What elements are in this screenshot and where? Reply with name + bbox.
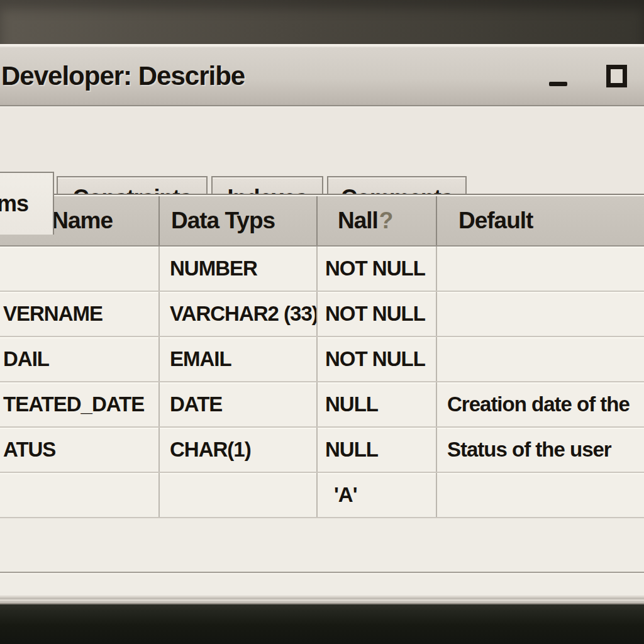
column-header-default[interactable]: Default bbox=[437, 196, 644, 245]
cell-column-name[interactable]: VERNAME bbox=[0, 292, 160, 336]
table-row[interactable]: VERNAME VARCHAR2 (33) NOT NULL bbox=[0, 292, 644, 337]
divider-line bbox=[0, 572, 644, 574]
cell-data-type[interactable] bbox=[160, 473, 318, 517]
describe-window: Developer: Describe rms Constraints Inde… bbox=[0, 44, 644, 602]
maximize-icon[interactable] bbox=[606, 65, 627, 87]
table-row[interactable]: 'A' bbox=[0, 473, 644, 518]
cell-default[interactable] bbox=[437, 337, 644, 381]
column-header-default-label: Default bbox=[458, 208, 533, 234]
cell-default[interactable] bbox=[437, 473, 644, 517]
table-row[interactable]: ATUS CHAR(1) NULL Status of the user bbox=[0, 428, 644, 473]
cell-column-name[interactable] bbox=[0, 247, 160, 291]
describe-grid: urm Name Data Typs Nall? Default NUMBER … bbox=[0, 196, 644, 518]
tab-columns[interactable]: rms bbox=[0, 172, 54, 235]
titlebar[interactable]: Developer: Describe bbox=[0, 46, 644, 106]
cell-nullable[interactable]: NULL bbox=[318, 382, 437, 426]
column-header-nullable[interactable]: Nall? bbox=[318, 196, 437, 245]
window-bottom-edge bbox=[0, 596, 644, 604]
cell-column-name[interactable]: ATUS bbox=[0, 428, 160, 472]
desktop-background-bottom bbox=[0, 602, 644, 644]
cell-nullable[interactable]: NOT NULL bbox=[318, 292, 437, 336]
table-row[interactable]: TEATED_DATE DATE NULL Creation date of t… bbox=[0, 382, 644, 428]
cell-nullable[interactable]: 'A' bbox=[318, 473, 437, 517]
cell-default[interactable] bbox=[437, 292, 644, 336]
cell-data-type[interactable]: VARCHAR2 (33) bbox=[160, 292, 318, 336]
table-row[interactable]: DAIL EMAIL NOT NULL bbox=[0, 337, 644, 382]
cell-default[interactable]: Status of the user bbox=[437, 428, 644, 472]
cell-default[interactable]: Creation date of the bbox=[437, 382, 644, 426]
minimize-icon[interactable] bbox=[549, 82, 567, 86]
tab-columns-label: rms bbox=[0, 191, 28, 217]
cell-data-type[interactable]: CHAR(1) bbox=[160, 428, 318, 472]
cell-nullable[interactable]: NOT NULL bbox=[318, 247, 437, 291]
cell-nullable[interactable]: NULL bbox=[318, 428, 437, 472]
question-mark: ? bbox=[379, 208, 393, 234]
cell-data-type[interactable]: DATE bbox=[160, 382, 318, 426]
tab-strip: rms Constraints Indexes Comments bbox=[0, 108, 644, 194]
column-header-datatype-label: Data Typs bbox=[171, 208, 275, 234]
cell-data-type[interactable]: NUMBER bbox=[160, 247, 318, 291]
cell-default[interactable] bbox=[437, 247, 644, 291]
column-header-nullable-label: Nall bbox=[338, 208, 378, 234]
column-header-datatype[interactable]: Data Typs bbox=[160, 196, 318, 245]
cell-column-name[interactable]: DAIL bbox=[0, 337, 160, 381]
table-row[interactable]: NUMBER NOT NULL bbox=[0, 247, 644, 292]
screenshot-root: Developer: Describe rms Constraints Inde… bbox=[0, 0, 644, 644]
cell-column-name[interactable]: TEATED_DATE bbox=[0, 382, 160, 426]
cell-column-name[interactable] bbox=[0, 473, 160, 517]
cell-data-type[interactable]: EMAIL bbox=[160, 337, 318, 381]
grid-header-row: urm Name Data Typs Nall? Default bbox=[0, 196, 644, 247]
cell-nullable[interactable]: NOT NULL bbox=[318, 337, 437, 381]
desktop-background-top bbox=[0, 0, 644, 44]
window-title: Developer: Describe bbox=[1, 61, 245, 91]
